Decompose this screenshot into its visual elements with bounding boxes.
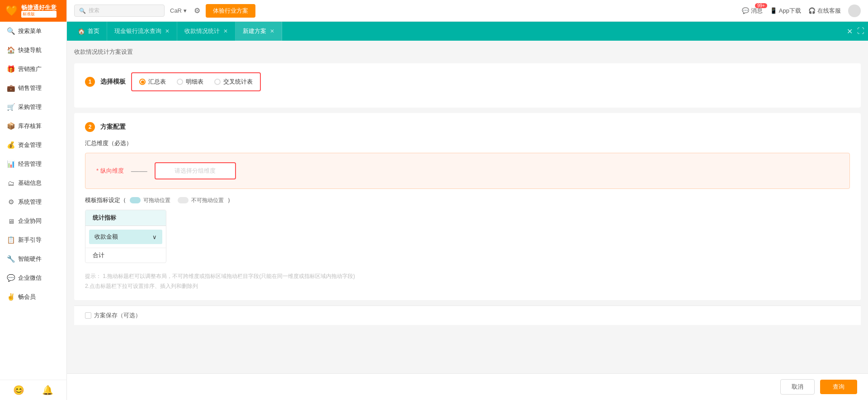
- tab-bank-flow[interactable]: 现金银行流水查询 ✕: [107, 22, 177, 41]
- message-badge: 99+: [755, 3, 767, 8]
- main-area: 🔍 搜索 CaR ▾ ⚙ 体验行业方案 💬 消息 99+ 📱 App下载 🎧 在…: [67, 0, 868, 400]
- sidebar-label-member: 畅会员: [18, 293, 36, 301]
- tab-home-label: 首页: [88, 27, 99, 35]
- radio-label-detail: 明细表: [186, 78, 203, 86]
- sidebar-label-search-menu: 搜索菜单: [18, 27, 42, 35]
- sidebar-item-sales[interactable]: 💼 销售管理: [0, 79, 66, 98]
- radio-option-summary[interactable]: 汇总表: [139, 78, 166, 86]
- sidebar-item-enterprise-collab[interactable]: 🖥 企业协同: [0, 212, 66, 231]
- dimension-placeholder[interactable]: 请选择分组维度: [155, 162, 236, 179]
- step2-num: 2: [85, 122, 95, 132]
- topbar-right: 💬 消息 99+ 📱 App下载 🎧 在线客服: [742, 5, 861, 17]
- metrics-section-header: 模板指标设定（ 可拖动位置 不可拖动位置 ）: [85, 196, 850, 204]
- topbar: 🔍 搜索 CaR ▾ ⚙ 体验行业方案 💬 消息 99+ 📱 App下载 🎧 在…: [67, 0, 868, 22]
- content-area: 收款情况统计方案设置 1 选择模板 汇总表 明细表: [67, 41, 868, 373]
- tab-home[interactable]: 🏠 首页: [71, 22, 107, 41]
- cancel-button[interactable]: 取消: [780, 379, 815, 395]
- tab-new-plan-close[interactable]: ✕: [270, 28, 274, 34]
- sidebar-item-purchase[interactable]: 🛒 采购管理: [0, 98, 66, 117]
- sidebar-item-enterprise-wechat[interactable]: 💬 企业微信: [0, 268, 66, 287]
- member-icon: ✌: [7, 293, 14, 301]
- tab-new-plan[interactable]: 新建方案 ✕: [236, 22, 282, 41]
- step1-num: 1: [85, 77, 95, 87]
- tip-1: 提示： 1.拖动标题栏可以调整布局，不可跨维度或指标区域拖动栏目字段(只能在同一…: [85, 272, 850, 282]
- sidebar-bottom-icon-2[interactable]: 🔔: [42, 385, 53, 395]
- metrics-tag-label: 收款金额: [94, 233, 118, 241]
- app-download-icon: 📱: [770, 7, 777, 14]
- sidebar-item-system[interactable]: ⚙ 系统管理: [0, 193, 66, 212]
- sidebar-label-purchase: 采购管理: [18, 103, 42, 111]
- sidebar-bottom-icon-1[interactable]: 😊: [13, 385, 24, 395]
- user-avatar[interactable]: [848, 5, 861, 17]
- sidebar-label-operations: 经营管理: [18, 160, 42, 168]
- draggable-dot: [130, 197, 141, 203]
- sidebar-label-sales: 销售管理: [18, 84, 42, 92]
- tip-2: 2.点击标题栏下拉可设置排序、插入列和删除列: [85, 282, 850, 292]
- sidebar-label-basic-info: 基础信息: [18, 179, 42, 187]
- sidebar: 🧡 畅捷通好生意 标准版 🔍 搜索菜单 🏠 快捷导航 🎁 营销推广 💼 销售管理…: [0, 0, 67, 400]
- tab-collection-stats-label: 收款情况统计: [184, 27, 220, 35]
- tab-new-plan-label: 新建方案: [243, 27, 266, 35]
- sales-icon: 💼: [7, 85, 14, 92]
- metrics-table-header: 统计指标: [85, 210, 166, 226]
- sidebar-label-system: 系统管理: [18, 198, 42, 206]
- legend-draggable: 可拖动位置: [130, 197, 170, 204]
- settings-icon[interactable]: ⚙: [194, 6, 200, 15]
- message-item[interactable]: 💬 消息 99+: [742, 7, 763, 15]
- tab-collection-stats[interactable]: 收款情况统计 ✕: [177, 22, 236, 41]
- page-title: 收款情况统计方案设置: [74, 48, 861, 56]
- step2-label: 方案配置: [100, 123, 126, 131]
- step2-header: 2 方案配置: [85, 122, 850, 132]
- sidebar-item-newbie-guide[interactable]: 📋 新手引导: [0, 231, 66, 249]
- sidebar-label-enterprise-collab: 企业协同: [18, 217, 42, 225]
- topbar-dropdown[interactable]: CaR ▾: [170, 7, 187, 14]
- radio-label-summary: 汇总表: [148, 78, 166, 86]
- sidebar-item-member[interactable]: ✌ 畅会员: [0, 287, 66, 306]
- metrics-subtotal: 合计: [85, 248, 166, 263]
- tab-bank-flow-label: 现金银行流水查询: [114, 27, 161, 35]
- sidebar-item-basic-info[interactable]: 🗂 基础信息: [0, 174, 66, 193]
- sidebar-label-inventory: 库存核算: [18, 122, 42, 130]
- fullscreen-icon[interactable]: ⛶: [857, 27, 864, 35]
- radio-option-cross[interactable]: 交叉统计表: [214, 78, 253, 86]
- industry-btn[interactable]: 体验行业方案: [206, 4, 255, 18]
- sidebar-item-smart-hardware[interactable]: 🔧 智能硬件: [0, 249, 66, 268]
- sidebar-item-search-menu[interactable]: 🔍 搜索菜单: [0, 22, 66, 41]
- online-service-item[interactable]: 🎧 在线客服: [808, 7, 841, 15]
- metrics-header-text: 模板指标设定（: [85, 196, 126, 204]
- query-button[interactable]: 查询: [820, 380, 857, 394]
- sidebar-item-inventory[interactable]: 📦 库存核算: [0, 117, 66, 136]
- footer-save-section: 方案保存（可选）: [74, 306, 861, 325]
- sidebar-item-operations[interactable]: 📊 经营管理: [0, 155, 66, 174]
- save-checkbox[interactable]: [85, 312, 91, 319]
- operations-icon: 📊: [7, 160, 14, 168]
- metrics-tag-chevron[interactable]: ∨: [152, 234, 157, 240]
- logo-badge: 标准版: [21, 11, 57, 18]
- radio-option-detail[interactable]: 明细表: [177, 78, 203, 86]
- non-draggable-dot: [178, 197, 189, 203]
- sidebar-item-finance[interactable]: 💰 资金管理: [0, 136, 66, 155]
- online-service-label: 在线客服: [817, 7, 841, 15]
- save-checkbox-label[interactable]: 方案保存（可选）: [85, 311, 141, 320]
- sidebar-item-quick-nav[interactable]: 🏠 快捷导航: [0, 41, 66, 60]
- chevron-down-icon: ▾: [184, 7, 187, 14]
- tab-bank-flow-close[interactable]: ✕: [165, 28, 170, 34]
- radio-circle-summary: [139, 79, 146, 85]
- tabs-actions: ✕ ⛶: [847, 27, 864, 36]
- finance-icon: 💰: [7, 141, 14, 149]
- dimension-area: * 纵向维度 —— 请选择分组维度: [85, 153, 850, 189]
- smart-hardware-icon: 🔧: [7, 255, 14, 263]
- app-download-item[interactable]: 📱 App下载: [770, 7, 801, 15]
- home-icon: 🏠: [78, 28, 85, 35]
- sidebar-item-marketing[interactable]: 🎁 营销推广: [0, 60, 66, 79]
- metrics-tag-collection[interactable]: 收款金额 ∨: [89, 230, 162, 244]
- tab-collection-stats-close[interactable]: ✕: [223, 28, 228, 34]
- step2-card: 2 方案配置 汇总维度（必选） * 纵向维度 —— 请选择分组维度 模板指标设定…: [74, 113, 861, 300]
- enterprise-wechat-icon: 💬: [7, 274, 14, 282]
- metrics-header-bracket: ）: [227, 196, 233, 204]
- dimension-arrow: ——: [131, 166, 147, 176]
- topbar-search-box[interactable]: 🔍 搜索: [74, 5, 165, 17]
- tab-close-all-icon[interactable]: ✕: [847, 27, 853, 36]
- sidebar-logo: 🧡 畅捷通好生意 标准版: [0, 0, 66, 22]
- sidebar-bottom: 😊 🔔: [0, 380, 66, 400]
